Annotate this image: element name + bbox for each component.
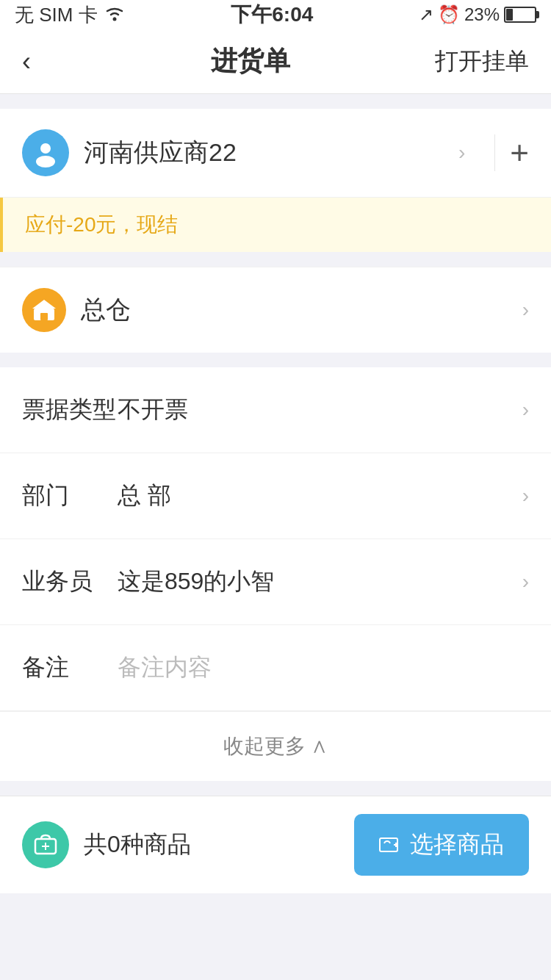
gap-3 (0, 353, 551, 367)
supplier-chevron-icon: › (458, 141, 465, 165)
status-bar: 无 SIM 卡 下午6:04 ↗ ⏰ 23% (0, 0, 551, 29)
gap-1 (0, 94, 551, 109)
status-left: 无 SIM 卡 (15, 2, 126, 28)
warehouse-name: 总仓 (81, 293, 522, 327)
page-title: 进货单 (211, 43, 290, 79)
supplier-name: 河南供应商22 (84, 136, 458, 170)
department-chevron-icon: › (522, 484, 529, 508)
collapse-label: 收起更多 ∧ (223, 732, 328, 760)
warehouse-row[interactable]: 总仓 › (0, 267, 551, 353)
battery-percent: 23% (464, 4, 500, 25)
form-section: 票据类型 不开票 › 部门 总 部 › 业务员 这是859的小智 › 备注 备注… (0, 367, 551, 781)
wifi-icon (104, 4, 126, 26)
svg-point-0 (112, 17, 116, 21)
product-icon (22, 821, 69, 868)
invoice-chevron-icon: › (522, 398, 529, 422)
remark-row[interactable]: 备注 备注内容 (0, 625, 551, 711)
supplier-avatar (22, 129, 69, 176)
nav-bar: ‹ 进货单 打开挂单 (0, 29, 551, 94)
gap-2 (0, 252, 551, 267)
collapse-row[interactable]: 收起更多 ∧ (0, 711, 551, 781)
bottom-bar: 共0种商品 选择商品 (0, 796, 551, 893)
remark-label: 备注 (22, 652, 118, 684)
page-background (0, 893, 551, 980)
salesman-chevron-icon: › (522, 570, 529, 594)
svg-point-2 (36, 156, 55, 167)
notice-text: 应付-20元，现结 (25, 213, 178, 236)
battery-icon (504, 7, 536, 23)
invoice-row[interactable]: 票据类型 不开票 › (0, 367, 551, 453)
warehouse-icon (22, 288, 66, 332)
supplier-section: 河南供应商22 › + 应付-20元，现结 (0, 109, 551, 252)
department-row[interactable]: 部门 总 部 › (0, 453, 551, 539)
carrier-label: 无 SIM 卡 (15, 2, 98, 28)
salesman-value: 这是859的小智 (118, 566, 522, 598)
open-pending-button[interactable]: 打开挂单 (435, 46, 529, 78)
status-time: 下午6:04 (231, 1, 313, 29)
location-icon: ↗ (419, 4, 433, 25)
salesman-label: 业务员 (22, 566, 118, 598)
invoice-label: 票据类型 (22, 394, 118, 426)
department-value: 总 部 (118, 480, 522, 512)
notice-bar: 应付-20元，现结 (0, 198, 551, 252)
add-supplier-button[interactable]: + (510, 137, 529, 169)
select-product-button[interactable]: 选择商品 (354, 814, 529, 876)
svg-point-1 (40, 143, 51, 154)
warehouse-section: 总仓 › (0, 267, 551, 353)
svg-marker-4 (32, 300, 56, 309)
divider (494, 134, 495, 171)
invoice-value: 不开票 (118, 394, 522, 426)
supplier-row[interactable]: 河南供应商22 › + (0, 109, 551, 198)
warehouse-chevron-icon: › (522, 298, 529, 322)
status-right: ↗ ⏰ 23% (419, 4, 536, 25)
department-label: 部门 (22, 480, 118, 512)
remark-input[interactable]: 备注内容 (118, 652, 529, 684)
select-product-label: 选择商品 (410, 829, 504, 861)
product-count: 共0种商品 (84, 829, 354, 861)
salesman-row[interactable]: 业务员 这是859的小智 › (0, 539, 551, 625)
back-button[interactable]: ‹ (22, 46, 66, 77)
svg-rect-5 (40, 313, 48, 320)
alarm-icon: ⏰ (438, 4, 460, 25)
